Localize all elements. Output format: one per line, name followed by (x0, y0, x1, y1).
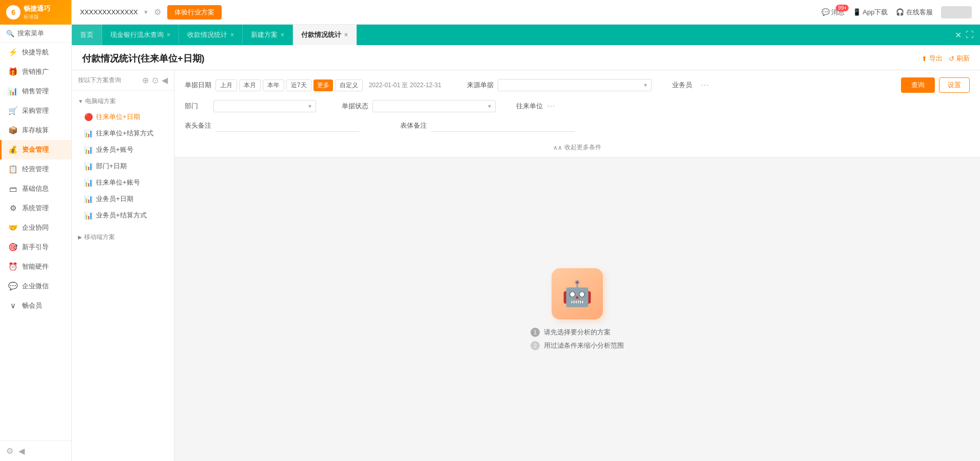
app-download-btn[interactable]: 📱 App下载 (853, 8, 888, 17)
tab-close-all-btn[interactable]: ✕ (955, 30, 962, 40)
filter-salesman-item: 业务员 ··· (672, 81, 709, 90)
tab-payments[interactable]: 付款情况统计 × (293, 25, 357, 45)
body-note-label: 表体备注 (400, 121, 427, 130)
tab-bank[interactable]: 现金银行流水查询 × (102, 25, 179, 45)
collapse-label: 收起更多条件 (564, 143, 601, 152)
mobile-group-header[interactable]: ▶ 移动端方案 (72, 230, 174, 245)
scheme-dept-date[interactable]: 📊 部门+日期 (72, 158, 174, 174)
tab-new-scheme-close[interactable]: × (281, 31, 284, 38)
sidebar-item-inventory[interactable]: 📦 库存核算 (0, 121, 71, 140)
filter-date-item: 单据日期 上月 本月 本年 近7天 更多 自定义 2022-01-01 至 20… (185, 79, 441, 91)
scheme-partner-account[interactable]: 📊 往来单位+账号 (72, 174, 174, 191)
settings-gear-icon[interactable]: ⚙ (154, 7, 161, 17)
empty-hints: 1 请先选择要分析的方案 2 用过滤条件来缩小分析范围 (531, 328, 624, 350)
sidebar-item-member[interactable]: ∨ 畅会员 (0, 296, 71, 315)
hint-text-1: 请先选择要分析的方案 (544, 328, 611, 337)
sidebar-item-sales[interactable]: 📊 销售管理 (0, 82, 71, 101)
search-menu-label: 搜索菜单 (17, 29, 44, 38)
sidebar-item-label: 采购管理 (22, 106, 49, 115)
scheme-salesman-date[interactable]: 📊 业务员+日期 (72, 191, 174, 207)
docstatus-select[interactable]: ▾ (373, 100, 496, 112)
collapse-sidebar-icon[interactable]: ◀ (18, 446, 25, 456)
date-btn-last-month[interactable]: 上月 (215, 79, 237, 91)
sidebar-item-label: 资金管理 (22, 145, 49, 154)
page-header-actions: ⬆ 导出 ↺ 刷新 (922, 54, 970, 63)
page-content: 付款情况统计(往来单位+日期) ⬆ 导出 ↺ 刷新 按以下方案查询 ⊕ (72, 45, 980, 461)
scheme-item-label: 业务员+账号 (96, 145, 133, 154)
sidebar-item-enterprise[interactable]: 🤝 企业协同 (0, 218, 71, 237)
tab-receipts-label: 收款情况统计 (187, 30, 227, 39)
tab-home[interactable]: 首页 (72, 25, 102, 45)
date-filter-buttons: 上月 本月 本年 近7天 更多 自定义 (215, 79, 363, 91)
try-scheme-button[interactable]: 体验行业方案 (167, 5, 222, 19)
search-menu[interactable]: 🔍 搜索菜单 (0, 25, 71, 43)
data-empty-area: 🤖 1 请先选择要分析的方案 2 用过滤条件来缩小分析范围 (174, 157, 980, 461)
scheme-item-label: 往来单位+账号 (96, 178, 140, 187)
scheme-partner-date[interactable]: 🔴 往来单位+日期 (72, 109, 174, 125)
empty-illustration: 🤖 1 请先选择要分析的方案 2 用过滤条件来缩小分析范围 (531, 268, 624, 350)
user-avatar[interactable] (941, 6, 972, 18)
message-btn[interactable]: 💬 消息 99+ (821, 8, 845, 17)
add-scheme-icon[interactable]: ⊕ (142, 75, 149, 85)
topbar-actions: 💬 消息 99+ 📱 App下载 🎧 在线客服 (821, 6, 972, 18)
scheme-partner-settle[interactable]: 📊 往来单位+结算方式 (72, 125, 174, 142)
export-icon: ⬆ (922, 55, 927, 63)
guide-icon: 🎯 (8, 243, 18, 252)
purchase-icon: 🛒 (8, 106, 18, 115)
operation-icon: 📋 (8, 165, 18, 174)
message-icon: 💬 (821, 8, 830, 16)
date-btn-7days[interactable]: 近7天 (286, 79, 311, 91)
scheme-settings-icon[interactable]: ⊙ (152, 75, 159, 85)
salesman-picker[interactable]: ··· (701, 81, 709, 90)
sidebar-item-purchase[interactable]: 🛒 采购管理 (0, 101, 71, 121)
company-dropdown-arrow[interactable]: ▾ (144, 8, 148, 16)
body-note-input[interactable] (431, 119, 575, 132)
online-service-btn[interactable]: 🎧 在线客服 (896, 8, 933, 17)
source-select[interactable]: ▾ (498, 79, 652, 91)
scheme-panel-header: 按以下方案查询 ⊕ ⊙ ◀ (72, 70, 174, 91)
source-filter-label: 来源单据 (467, 81, 494, 90)
search-icon: 🔍 (6, 30, 14, 37)
tab-receipts[interactable]: 收款情况统计 × (179, 25, 243, 45)
desktop-group-label: 电脑端方案 (85, 97, 116, 106)
date-btn-this-month[interactable]: 本月 (239, 79, 261, 91)
filter-main-content: 单据日期 上月 本月 本年 近7天 更多 自定义 2022-01-01 至 20… (174, 70, 980, 461)
sidebar-header: 6 畅捷通巧 标准版 (0, 0, 71, 25)
query-button[interactable]: 查询 (901, 77, 935, 93)
sidebar-item-finance[interactable]: 💰 资金管理 (0, 140, 71, 159)
tab-payments-close[interactable]: × (344, 31, 348, 38)
sidebar-item-guide[interactable]: 🎯 新手引导 (0, 237, 71, 257)
tab-bank-close[interactable]: × (167, 31, 170, 38)
desktop-group-header[interactable]: ▼ 电脑端方案 (72, 94, 174, 109)
tab-new-scheme[interactable]: 新建方案 × (243, 25, 293, 45)
sidebar: 6 畅捷通巧 标准版 🔍 搜索菜单 ⚡ 快捷导航 🎁 营销推广 📊 销售管理 🛒… (0, 0, 72, 461)
partner-picker[interactable]: ··· (547, 102, 555, 111)
collapse-filter-btn[interactable]: ∧∧ 收起更多条件 (185, 139, 970, 157)
date-btn-custom[interactable]: 自定义 (335, 79, 363, 91)
date-btn-this-year[interactable]: 本年 (263, 79, 284, 91)
sidebar-item-quick-nav[interactable]: ⚡ 快捷导航 (0, 43, 71, 62)
settings-button[interactable]: 设置 (939, 77, 970, 93)
hint-num-1: 1 (531, 328, 540, 337)
filter-header-note-item: 表头备注 (185, 119, 359, 132)
page-header: 付款情况统计(往来单位+日期) ⬆ 导出 ↺ 刷新 (72, 45, 980, 70)
filter-row-1: 单据日期 上月 本月 本年 近7天 更多 自定义 2022-01-01 至 20… (185, 77, 970, 93)
export-button[interactable]: ⬆ 导出 (922, 54, 943, 63)
tab-receipts-close[interactable]: × (230, 31, 234, 38)
scheme-salesman-account[interactable]: 📊 业务员+账号 (72, 142, 174, 158)
settings-footer-icon[interactable]: ⚙ (6, 446, 13, 456)
sidebar-item-operation[interactable]: 📋 经营管理 (0, 159, 71, 179)
date-btn-more[interactable]: 更多 (313, 79, 333, 91)
refresh-button[interactable]: ↺ 刷新 (949, 54, 970, 63)
sidebar-item-weixin[interactable]: 💬 企业微信 (0, 276, 71, 296)
sidebar-item-label: 基础信息 (22, 184, 49, 193)
tab-maximize-btn[interactable]: ⛶ (966, 30, 974, 39)
sidebar-item-system[interactable]: ⚙ 系统管理 (0, 198, 71, 218)
dept-select[interactable]: ▾ (213, 100, 316, 112)
sidebar-item-hardware[interactable]: ⏰ 智能硬件 (0, 257, 71, 276)
sidebar-item-marketing[interactable]: 🎁 营销推广 (0, 62, 71, 82)
sidebar-item-basic[interactable]: 🗃 基础信息 (0, 179, 71, 198)
collapse-scheme-panel-icon[interactable]: ◀ (162, 75, 168, 85)
header-note-input[interactable] (215, 119, 359, 132)
scheme-salesman-settle[interactable]: 📊 业务员+结算方式 (72, 207, 174, 224)
